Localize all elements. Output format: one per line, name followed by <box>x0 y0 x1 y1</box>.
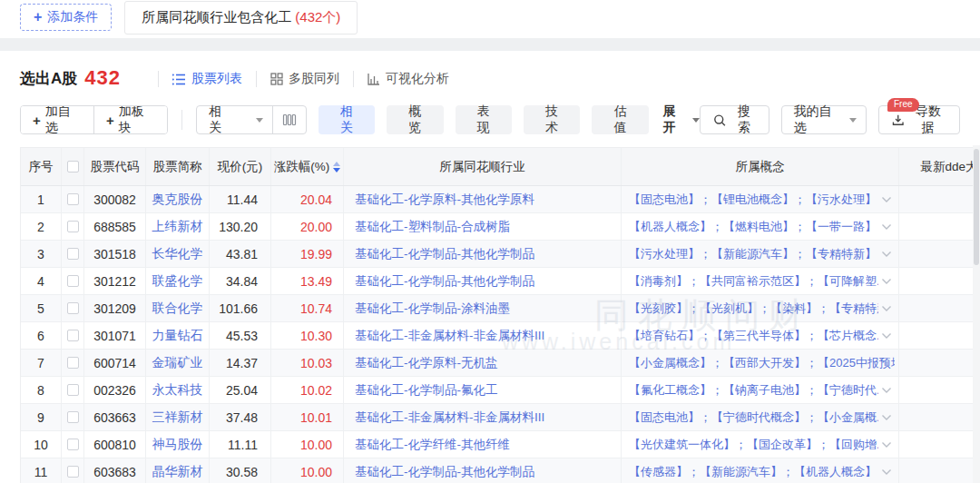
add-watchlist-button[interactable]: + 加自选 <box>21 106 93 133</box>
view-tab[interactable]: 多股同列 <box>256 71 339 87</box>
sort-icon[interactable] <box>333 162 340 172</box>
chevron-down-icon[interactable] <box>878 251 895 258</box>
concepts-link[interactable]: 【光伏建筑一体化】；【国企改革】；【回购增... <box>629 437 878 453</box>
industry-link[interactable]: 基础化工-化学纤维-其他纤维 <box>344 431 622 458</box>
row-checkbox[interactable] <box>67 275 79 287</box>
vertical-scrollbar[interactable] <box>973 145 980 483</box>
row-index: 4 <box>21 268 62 294</box>
col-header-dde[interactable]: 最新dde大 <box>899 148 980 185</box>
column-preset-select[interactable]: 相关 <box>197 104 272 136</box>
stock-name-link[interactable]: 上纬新材 <box>146 213 210 240</box>
row-checkbox[interactable] <box>67 384 79 396</box>
condition-tab[interactable]: 所属同花顺行业包含化工 (432个) <box>124 1 358 34</box>
expand-toggle[interactable]: 展开 <box>663 104 700 136</box>
concepts-cell: 【消毒剂】；【共同富裕示范区】；【可降解塑... <box>622 268 899 294</box>
column-settings-button[interactable] <box>272 106 306 133</box>
preset-tab[interactable]: 相关 <box>318 105 375 134</box>
filter-condition-bar: + 添加条件 所属同花顺行业包含化工 (432个) <box>0 0 980 38</box>
chevron-down-icon[interactable] <box>878 278 895 285</box>
export-data-button[interactable]: Free 导数据 <box>878 105 960 134</box>
stock-name-link[interactable]: 三祥新材 <box>146 404 210 430</box>
stock-name-link[interactable]: 永太科技 <box>146 377 210 403</box>
concepts-link[interactable]: 【培育钻石】；【第三代半导体】；【芯片概念... <box>629 328 878 344</box>
view-tab[interactable]: 股票列表 <box>158 71 242 87</box>
row-checkbox[interactable] <box>67 330 79 341</box>
industry-link[interactable]: 基础化工-化学制品-氟化工 <box>344 377 622 403</box>
preset-tab[interactable]: 技术 <box>524 105 580 134</box>
stock-name-link[interactable]: 晶华新材 <box>146 458 210 483</box>
concepts-link[interactable]: 【氟化工概念】；【钠离子电池】；【宁德时代... <box>629 382 878 399</box>
industry-link[interactable]: 基础化工-化学制品-其他化学制品 <box>344 458 622 483</box>
industry-link[interactable]: 基础化工-化学原料-其他化学原料 <box>344 186 622 212</box>
col-header-industry[interactable]: 所属同花顺行业 <box>344 148 622 185</box>
concepts-link[interactable]: 【固态电池】；【宁德时代概念】；【小金属概... <box>629 409 878 426</box>
col-header-code[interactable]: 股票代码 <box>84 148 146 185</box>
concepts-link[interactable]: 【消毒剂】；【共同富裕示范区】；【可降解塑... <box>629 273 878 290</box>
chevron-down-icon[interactable] <box>878 468 895 476</box>
col-header-index[interactable]: 序号 <box>21 148 62 185</box>
industry-link[interactable]: 基础化工-非金属材料-非金属材料III <box>344 404 622 430</box>
stock-name-link[interactable]: 长华化学 <box>146 241 210 267</box>
preset-tab[interactable]: 表现 <box>456 105 512 134</box>
select-all-checkbox[interactable] <box>67 161 79 172</box>
industry-link[interactable]: 基础化工-非金属材料-非金属材料III <box>344 322 622 349</box>
concepts-link[interactable]: 【光刻胶】；【光刻机】；【染料】；【专精特新... <box>629 301 878 317</box>
stock-name-link[interactable]: 奥克股份 <box>146 186 210 212</box>
col-header-name[interactable]: 股票简称 <box>146 148 210 185</box>
stock-price: 45.53 <box>210 322 271 349</box>
col-header-price[interactable]: 现价(元) <box>210 148 271 185</box>
preset-tab[interactable]: 概览 <box>387 105 443 134</box>
search-button[interactable]: 搜索 <box>700 105 769 134</box>
col-header-change[interactable]: 涨跌幅(%) <box>271 148 344 185</box>
stock-name-link[interactable]: 神马股份 <box>146 431 210 458</box>
stock-code: 301212 <box>84 268 146 294</box>
chevron-down-icon[interactable] <box>878 305 895 312</box>
concepts-link[interactable]: 【传感器】；【新能源汽车】；【机器人概念】；... <box>629 464 878 480</box>
row-checkbox[interactable] <box>67 302 79 314</box>
dde-cell <box>899 268 980 294</box>
row-checkbox[interactable] <box>67 248 79 260</box>
preset-tab[interactable]: 估值 <box>592 105 648 134</box>
table-row: 5 301209 联合化学 101.66 10.74 基础化工-化学制品-涂料油… <box>21 295 980 322</box>
chevron-down-icon[interactable] <box>878 223 895 231</box>
stock-name-link[interactable]: 联合化学 <box>146 295 210 321</box>
scrollbar-thumb[interactable] <box>974 149 979 265</box>
add-board-button[interactable]: + 加板块 <box>93 106 167 133</box>
industry-link[interactable]: 基础化工-化学制品-其他化学制品 <box>344 241 622 267</box>
add-condition-button[interactable]: + 添加条件 <box>20 4 112 31</box>
dde-cell <box>899 241 980 267</box>
stock-name-link[interactable]: 联盛化学 <box>146 268 210 294</box>
view-tab[interactable]: 可视化分析 <box>353 71 449 87</box>
chevron-down-icon[interactable] <box>878 332 895 340</box>
table-row: 6 301071 力量钻石 45.53 10.30 基础化工-非金属材料-非金属… <box>21 322 980 350</box>
row-checkbox[interactable] <box>67 357 79 369</box>
chevron-down-icon[interactable] <box>878 196 895 203</box>
industry-link[interactable]: 基础化工-化学原料-无机盐 <box>344 350 622 376</box>
concepts-link[interactable]: 【机器人概念】；【燃料电池】；【一带一路】；... <box>629 219 878 235</box>
my-watchlist-select[interactable]: 我的自选 <box>781 105 867 134</box>
stock-name-link[interactable]: 力量钻石 <box>146 322 210 349</box>
industry-link[interactable]: 基础化工-化学制品-其他化学制品 <box>344 268 622 294</box>
view-tab-label: 多股同列 <box>289 71 339 87</box>
concepts-link[interactable]: 【污水处理】；【新能源汽车】；【专精特新】；... <box>629 246 878 262</box>
industry-link[interactable]: 基础化工-塑料制品-合成树脂 <box>344 213 622 240</box>
chevron-down-icon[interactable] <box>878 414 895 421</box>
stock-name-link[interactable]: 金瑞矿业 <box>146 350 210 376</box>
stock-code: 603683 <box>84 458 146 483</box>
stock-code: 002326 <box>84 377 146 403</box>
row-checkbox[interactable] <box>67 221 79 232</box>
plus-icon: + <box>106 113 114 128</box>
row-checkbox[interactable] <box>67 193 79 205</box>
chevron-down-icon[interactable] <box>878 441 895 448</box>
col-header-concepts[interactable]: 所属概念 <box>622 148 899 185</box>
chevron-down-icon[interactable] <box>878 387 895 394</box>
concepts-cell: 【传感器】；【新能源汽车】；【机器人概念】；... <box>622 458 899 483</box>
concepts-link[interactable]: 【固态电池】；【锂电池概念】；【污水处理】；... <box>629 192 878 208</box>
row-checkbox[interactable] <box>67 466 79 478</box>
row-index: 1 <box>21 186 62 212</box>
row-checkbox[interactable] <box>67 411 79 423</box>
industry-link[interactable]: 基础化工-化学制品-涂料油墨 <box>344 295 622 321</box>
concepts-link[interactable]: 【小金属概念】；【西部大开发】；【2025中报预增】 <box>629 355 895 371</box>
row-checkbox[interactable] <box>67 439 79 450</box>
stock-change: 10.02 <box>271 377 344 403</box>
